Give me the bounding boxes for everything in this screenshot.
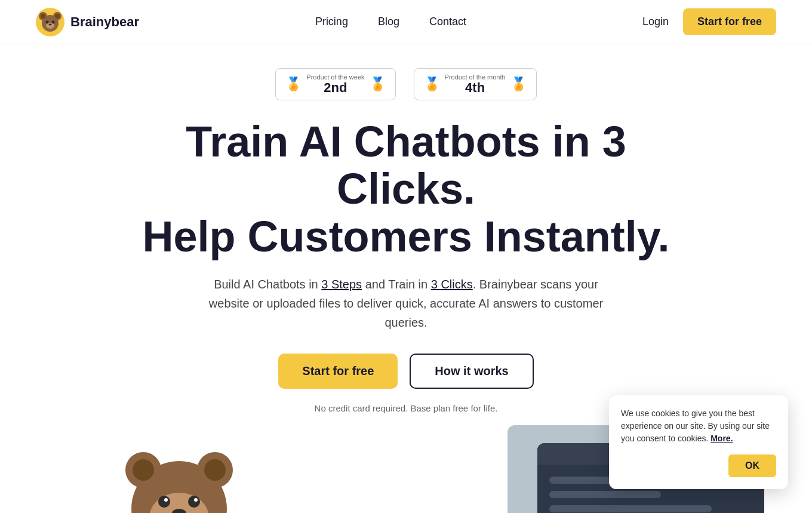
clicks-link[interactable]: 3 Clicks	[431, 278, 473, 291]
hero-title-line2: Help Customers Instantly.	[143, 213, 670, 260]
svg-point-7	[46, 20, 49, 23]
svg-point-14	[133, 459, 154, 481]
logo-link[interactable]: Brainybear	[36, 8, 139, 36]
badge-month-content: Product of the month 4th	[445, 73, 506, 95]
bear-svg	[96, 437, 263, 513]
logo-icon	[36, 8, 64, 36]
how-it-works-button[interactable]: How it works	[410, 354, 533, 389]
svg-point-8	[52, 20, 55, 23]
nav-pricing[interactable]: Pricing	[315, 16, 348, 27]
badge-week-content: Product of the week 2nd	[306, 73, 364, 95]
browser-content-bar-2	[549, 491, 661, 498]
laurel-right-icon: 🏅	[370, 76, 386, 92]
nav-actions: Login Start for free	[642, 8, 776, 35]
badge-week-rank: 2nd	[306, 81, 364, 95]
hero-title-line1: Train AI Chatbots in 3 Clicks.	[186, 118, 626, 213]
svg-point-9	[49, 23, 52, 25]
browser-content-bar-3	[549, 505, 712, 512]
laurel-left2-icon: 🏅	[424, 76, 440, 92]
laurel-right2-icon: 🏅	[510, 76, 527, 92]
steps-link[interactable]: 3 Steps	[321, 278, 362, 291]
badge-month: 🏅 Product of the month 4th 🏅	[414, 68, 537, 100]
nav-links: Pricing Blog Contact	[315, 16, 466, 28]
nav-contact[interactable]: Contact	[429, 16, 466, 27]
cookie-more-link[interactable]: More.	[710, 434, 733, 443]
hero-title: Train AI Chatbots in 3 Clicks. Help Cust…	[137, 118, 675, 260]
hero-subtitle: Build AI Chatbots in 3 Steps and Train i…	[203, 275, 609, 332]
navbar: Brainybear Pricing Blog Contact Login St…	[0, 0, 812, 44]
cookie-banner: We use cookies to give you the best expe…	[609, 395, 788, 489]
start-for-free-hero-button[interactable]: Start for free	[278, 354, 398, 389]
svg-point-19	[164, 498, 168, 502]
brand-name: Brainybear	[70, 14, 139, 30]
badge-month-rank: 4th	[445, 81, 506, 95]
nav-blog[interactable]: Blog	[378, 16, 399, 27]
login-button[interactable]: Login	[642, 16, 669, 28]
cta-buttons: Start for free How it works	[36, 354, 776, 389]
svg-point-18	[188, 496, 200, 508]
svg-point-15	[204, 459, 226, 481]
badge-week: 🏅 Product of the week 2nd 🏅	[275, 68, 395, 100]
cookie-ok-button[interactable]: OK	[728, 454, 776, 477]
bear-illustration	[96, 437, 263, 513]
cookie-message: We use cookies to give you the best expe…	[621, 407, 776, 445]
badges-container: 🏅 Product of the week 2nd 🏅 🏅 Product of…	[36, 68, 776, 100]
svg-point-4	[41, 14, 45, 19]
start-for-free-nav-button[interactable]: Start for free	[683, 8, 776, 35]
svg-point-17	[158, 496, 170, 508]
svg-point-5	[55, 14, 60, 19]
svg-point-20	[194, 498, 198, 502]
laurel-left-icon: 🏅	[285, 76, 302, 92]
